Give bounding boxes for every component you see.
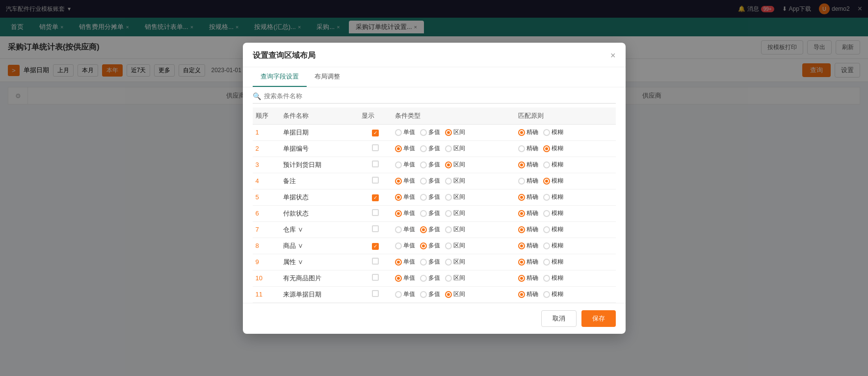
search-icon: 🔍 (253, 92, 261, 100)
tab-query-fields[interactable]: 查询字段设置 (253, 67, 307, 87)
th-name: 条件名称 (280, 107, 358, 110)
dialog-title: 设置查询区域布局 (253, 51, 316, 61)
th-show: 显示 (359, 107, 392, 110)
tab-query-fields-label: 查询字段设置 (261, 73, 299, 80)
settings-table-area: 顺序 条件名称 显示 条件类型 匹配原则 1单据日期单值多值区间精确模糊2单据编… (243, 107, 626, 110)
th-type: 条件类型 (392, 107, 515, 110)
settings-dialog: 设置查询区域布局 × 查询字段设置 布局调整 🔍 顺序 (243, 43, 626, 110)
search-input[interactable] (264, 92, 616, 100)
dialog-tabs: 查询字段设置 布局调整 (243, 67, 626, 87)
search-input-box: 🔍 (253, 92, 616, 104)
th-order: 顺序 (253, 107, 281, 110)
search-area: 🔍 (243, 87, 626, 107)
dialog-overlay: 设置查询区域布局 × 查询字段设置 布局调整 🔍 顺序 (0, 0, 868, 109)
dialog-header: 设置查询区域布局 × (243, 43, 626, 67)
th-match: 匹配原则 (515, 107, 616, 110)
tab-layout-adjust-label: 布局调整 (315, 73, 340, 80)
tab-layout-adjust[interactable]: 布局调整 (307, 67, 348, 87)
conditions-table: 顺序 条件名称 显示 条件类型 匹配原则 1单据日期单值多值区间精确模糊2单据编… (253, 107, 616, 110)
dialog-close-button[interactable]: × (610, 51, 616, 60)
